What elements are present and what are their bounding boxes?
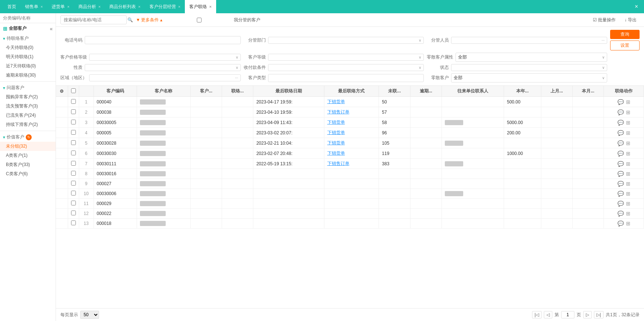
- row-checkbox[interactable]: [68, 169, 79, 179]
- row-last-method[interactable]: 下销售订单: [324, 107, 379, 117]
- row-checkbox[interactable]: [68, 179, 79, 189]
- more-icon[interactable]: ⊞: [626, 201, 630, 207]
- col-last-date[interactable]: 最后联络日期: [253, 86, 324, 97]
- last-page-btn[interactable]: ▷|: [594, 311, 603, 318]
- sidebar-item-class-b[interactable]: B类客户(33): [0, 160, 56, 169]
- status-select[interactable]: ∨: [451, 64, 607, 71]
- more-icon[interactable]: ⊞: [626, 130, 630, 136]
- row-checkbox[interactable]: [68, 159, 79, 169]
- contact-icon[interactable]: 💬: [617, 181, 624, 187]
- row-checkbox[interactable]: [68, 97, 79, 107]
- contact-icon[interactable]: 💬: [617, 161, 624, 167]
- prev-page-btn[interactable]: ◁: [544, 311, 552, 318]
- search-icon[interactable]: 🔍: [127, 17, 133, 22]
- search-input[interactable]: [60, 15, 127, 24]
- contact-icon[interactable]: 💬: [617, 191, 624, 197]
- row-checkbox[interactable]: [68, 138, 79, 148]
- close-icon[interactable]: ×: [178, 4, 180, 9]
- tab-home[interactable]: 首页: [3, 0, 21, 13]
- contact-icon[interactable]: 💬: [617, 151, 624, 156]
- more-icon[interactable]: ⊞: [626, 171, 630, 177]
- col-checkbox[interactable]: [68, 86, 79, 97]
- export-btn[interactable]: ↓ 导出: [622, 16, 640, 24]
- contact-icon[interactable]: 💬: [617, 140, 624, 146]
- contact-icon[interactable]: 💬: [617, 221, 624, 226]
- sidebar-group-problem[interactable]: ▾ 问题客户: [0, 83, 56, 92]
- window-close-button[interactable]: ×: [632, 3, 641, 10]
- row-checkbox[interactable]: [68, 107, 79, 117]
- tab-customer-segment[interactable]: 客户分层经营 ×: [145, 0, 185, 13]
- page-number-input[interactable]: [561, 311, 574, 318]
- tab-goods-list[interactable]: 商品分析列表 ×: [105, 0, 145, 13]
- contact-icon[interactable]: 💬: [617, 109, 624, 115]
- all-customers-header[interactable]: ⊞ 全部客户 «: [0, 23, 56, 34]
- more-icon[interactable]: ⊞: [626, 161, 630, 167]
- sidebar-group-waiting[interactable]: ▾ 待联络客户: [0, 34, 56, 43]
- row-last-method[interactable]: 下销货单: [324, 117, 379, 128]
- more-icon[interactable]: ⊞: [626, 221, 630, 226]
- per-page-select[interactable]: 50 100: [80, 311, 99, 319]
- col-contact[interactable]: 联络...: [222, 86, 253, 97]
- row-checkbox[interactable]: [68, 148, 79, 159]
- manager-select[interactable]: ···: [451, 37, 607, 44]
- row-checkbox[interactable]: [68, 117, 79, 128]
- row-checkbox[interactable]: [68, 219, 79, 229]
- row-last-method[interactable]: 下销货单: [324, 128, 379, 138]
- payment-select[interactable]: ∨: [268, 64, 424, 71]
- contact-icon[interactable]: 💬: [617, 211, 624, 216]
- col-last-method[interactable]: 最后联络方式: [324, 86, 379, 97]
- close-icon[interactable]: ×: [209, 4, 211, 9]
- my-customers-check[interactable]: [166, 18, 232, 22]
- more-icon[interactable]: ⊞: [626, 140, 630, 146]
- sidebar-item-today[interactable]: 今天待联络(0): [0, 43, 56, 52]
- scatter-attr-select[interactable]: 全部 ∨: [455, 53, 607, 62]
- col-code[interactable]: 客户编码: [94, 86, 137, 97]
- sidebar-item-abnormal[interactable]: 囤购异常客户(2): [0, 92, 56, 102]
- phone-input[interactable]: [85, 36, 241, 44]
- col-type[interactable]: 客户...: [190, 86, 222, 97]
- sidebar-item-declining[interactable]: 持续下滑客户(2): [0, 120, 56, 129]
- col-contact-person[interactable]: 往来单位联系人: [441, 86, 504, 97]
- tab-customer-contact[interactable]: 客户联络 ×: [185, 0, 216, 13]
- tab-goods-analysis[interactable]: 商品分析 ×: [74, 0, 105, 13]
- col-year-amount[interactable]: 本年...: [504, 86, 541, 97]
- row-last-method[interactable]: 下销货单: [324, 148, 379, 159]
- col-gear[interactable]: ⚙: [56, 86, 68, 97]
- my-customers-checkbox[interactable]: 我分管的客户: [166, 17, 260, 23]
- more-icon[interactable]: ⊞: [626, 120, 630, 126]
- sidebar-item-7days[interactable]: 近7天待联络(0): [0, 61, 56, 71]
- more-icon[interactable]: ⊞: [626, 99, 630, 105]
- col-this-month[interactable]: 本月...: [573, 86, 604, 97]
- close-icon[interactable]: ×: [41, 4, 43, 9]
- more-icon[interactable]: ⊞: [626, 109, 630, 115]
- row-checkbox[interactable]: [68, 209, 79, 219]
- col-last-month[interactable]: 上月...: [541, 86, 572, 97]
- sidebar-item-churned[interactable]: 已流失客户(24): [0, 111, 56, 120]
- more-conditions-btn[interactable]: ▼ 更多条件 ▲: [136, 17, 163, 23]
- tab-purchase[interactable]: 进货单 ×: [47, 0, 74, 13]
- sidebar-item-overdue[interactable]: 逾期未联络(30): [0, 71, 56, 80]
- collapse-icon[interactable]: «: [50, 26, 53, 32]
- sidebar-item-class-c[interactable]: C类客户(6): [0, 169, 56, 179]
- customer-level-select[interactable]: ∨: [268, 54, 424, 61]
- query-button[interactable]: 查询: [610, 30, 640, 39]
- more-icon[interactable]: ⊞: [626, 191, 630, 197]
- sidebar-group-value[interactable]: ▾ 价值客户 ↻: [0, 133, 56, 142]
- region-select[interactable]: ···: [89, 74, 241, 81]
- row-checkbox[interactable]: [68, 189, 79, 199]
- sidebar-search-input[interactable]: [3, 15, 56, 21]
- contact-icon[interactable]: 💬: [617, 120, 624, 126]
- contact-icon[interactable]: 💬: [617, 99, 624, 105]
- close-icon[interactable]: ×: [138, 4, 140, 9]
- sidebar-item-ungrouped[interactable]: 未分组(32): [0, 142, 56, 151]
- select-all-checkbox[interactable]: [71, 88, 76, 93]
- next-page-btn[interactable]: ▷: [583, 311, 592, 318]
- more-icon[interactable]: ⊞: [626, 181, 630, 187]
- col-overdue[interactable]: 逾期...: [410, 86, 441, 97]
- sidebar-item-class-a[interactable]: A类客户(1): [0, 151, 56, 160]
- row-checkbox[interactable]: [68, 128, 79, 138]
- close-icon[interactable]: ×: [98, 4, 101, 9]
- row-last-method[interactable]: 下销售订单: [324, 159, 379, 169]
- close-icon[interactable]: ×: [67, 4, 69, 9]
- col-name[interactable]: 客户名称: [137, 86, 190, 97]
